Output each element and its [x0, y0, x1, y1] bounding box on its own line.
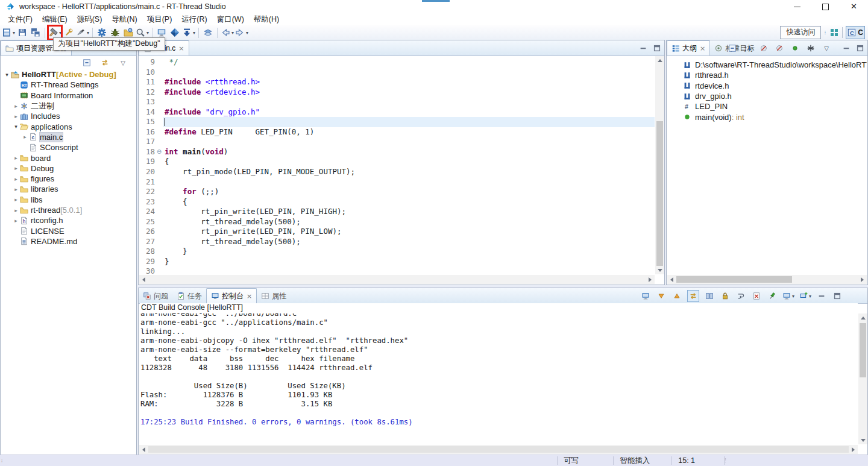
filter-icon[interactable]: [805, 43, 816, 54]
scroll-right-arrow[interactable]: [646, 275, 655, 284]
dropdown-caret[interactable]: ▾: [231, 30, 234, 36]
close-icon[interactable]: ×: [700, 45, 705, 52]
display-console-icon[interactable]: ▾: [782, 291, 794, 301]
scroll-right-arrow[interactable]: [849, 445, 858, 454]
code-line[interactable]: 10: [139, 68, 655, 78]
scroll-left-arrow[interactable]: [667, 275, 676, 284]
scroll-down-arrow[interactable]: [858, 436, 867, 444]
menu-file[interactable]: 文件(F): [3, 13, 37, 26]
maximize-window-button[interactable]: [811, 0, 840, 13]
expand-arrow[interactable]: ▸: [12, 155, 20, 161]
hide-static-icon[interactable]: [774, 43, 785, 54]
outline-item[interactable]: rtthread.h: [667, 70, 867, 80]
tree-item[interactable]: ▸libraries: [1, 184, 136, 194]
tree-item[interactable]: ▸board: [1, 153, 136, 163]
code-line[interactable]: 15: [139, 117, 655, 127]
forward-button[interactable]: ▾: [235, 26, 248, 39]
scroll-lock-icon[interactable]: [720, 291, 731, 301]
show-on-output-icon[interactable]: [687, 290, 699, 302]
open-perspective-icon[interactable]: [829, 28, 839, 37]
hide-non-public-icon[interactable]: [790, 43, 800, 54]
tree-item[interactable]: LICENSE: [1, 225, 136, 236]
outline-item[interactable]: main(void) : int: [667, 112, 867, 122]
menu-navigate[interactable]: 导航(N): [107, 13, 142, 26]
menu-window[interactable]: 窗口(W): [212, 13, 249, 26]
clear-console-icon[interactable]: [751, 291, 762, 301]
expand-arrow[interactable]: ▸: [21, 134, 29, 140]
outline-item[interactable]: LED_PIN: [667, 101, 867, 112]
c-perspective-button[interactable]: C: [846, 26, 865, 39]
menu-source[interactable]: 源码(S): [72, 13, 107, 26]
scrollbar-thumb[interactable]: [656, 121, 663, 266]
editor-horizontal-scrollbar[interactable]: [139, 275, 655, 284]
maximize-icon[interactable]: [653, 44, 661, 52]
view-menu-icon[interactable]: ▽: [118, 57, 128, 68]
scroll-left-arrow[interactable]: [139, 445, 148, 454]
tree-item[interactable]: ▸二进制: [1, 101, 136, 111]
code-line[interactable]: 18⊖int main(void): [139, 147, 655, 157]
expand-arrow[interactable]: ▸: [12, 197, 20, 203]
minimize-icon[interactable]: [639, 44, 647, 52]
dropdown-caret[interactable]: ▾: [87, 30, 89, 36]
console-horizontal-scrollbar[interactable]: [139, 445, 858, 454]
tree-item[interactable]: ▸figures: [1, 174, 136, 184]
new-button[interactable]: ▾: [2, 26, 15, 39]
expand-arrow[interactable]: ▾: [3, 72, 11, 78]
editor-vertical-scrollbar[interactable]: [655, 56, 664, 274]
code-line[interactable]: 25 rt_thread_mdelay(500);: [139, 217, 655, 227]
console-vertical-scrollbar[interactable]: [858, 313, 867, 444]
menu-help[interactable]: 帮助(H): [249, 13, 284, 26]
expand-arrow[interactable]: ▾: [12, 124, 20, 130]
scroll-up-arrow[interactable]: [655, 56, 664, 65]
code-line[interactable]: 20 rt_pin_mode(LED_PIN, PIN_MODE_OUTPUT)…: [139, 167, 655, 177]
back-button[interactable]: ▾: [221, 26, 234, 39]
tab-console[interactable]: 控制台×: [206, 288, 257, 303]
tree-item[interactable]: ▸main.c: [1, 132, 136, 142]
scrollbar-thumb[interactable]: [860, 323, 866, 377]
close-window-button[interactable]: ✕: [840, 0, 868, 13]
tree-item[interactable]: README.md: [1, 236, 136, 247]
sort-icon[interactable]: [743, 43, 753, 54]
expand-arrow[interactable]: ▸: [12, 176, 20, 182]
pin-console-icon[interactable]: [767, 291, 778, 301]
menu-run[interactable]: 运行(R): [177, 13, 212, 26]
expand-arrow[interactable]: ▸: [12, 186, 20, 192]
menu-edit[interactable]: 编辑(E): [37, 13, 72, 26]
layers-button[interactable]: [202, 26, 214, 39]
word-wrap-icon[interactable]: [735, 291, 746, 301]
expand-arrow[interactable]: ▸: [12, 218, 20, 224]
dropdown-caret[interactable]: ▾: [59, 30, 61, 36]
code-line[interactable]: 27 rt_thread_mdelay(500);: [139, 237, 655, 247]
console-view-icon[interactable]: [640, 291, 651, 301]
expand-arrow[interactable]: ▸: [12, 103, 20, 109]
tab-outline[interactable]: 大纲×: [667, 40, 710, 55]
dropdown-caret[interactable]: ▾: [193, 30, 195, 36]
expand-arrow[interactable]: ▸: [12, 165, 20, 171]
tree-item[interactable]: ▸rt-thread [5.0.1]: [1, 205, 136, 215]
tree-item[interactable]: ▸libs: [1, 195, 136, 205]
tab-tasks[interactable]: 任务: [172, 289, 206, 303]
scroll-up-arrow[interactable]: [858, 313, 867, 322]
tree-item[interactable]: ▾HelloRTT [Active - Debug]: [1, 69, 136, 80]
expand-arrow[interactable]: ▸: [12, 207, 20, 213]
code-line[interactable]: 22 for (;;): [139, 187, 655, 197]
code-line[interactable]: 17: [139, 137, 655, 147]
sdk-manager-button[interactable]: [169, 26, 181, 39]
dropdown-caret[interactable]: ▾: [792, 294, 794, 299]
scroll-to-top-icon[interactable]: [671, 291, 682, 301]
collapse-all-icon[interactable]: [727, 43, 738, 54]
code-line[interactable]: 13: [139, 97, 655, 107]
split-console-icon[interactable]: [704, 291, 715, 301]
code-line[interactable]: 26 rt_pin_write(LED_PIN, PIN_LOW);: [139, 227, 655, 237]
code-line[interactable]: 16#define LED_PIN GET_PIN(0, 1): [139, 127, 655, 137]
dropdown-caret[interactable]: ▾: [146, 30, 149, 36]
outline-horizontal-scrollbar[interactable]: [667, 275, 867, 284]
code-line[interactable]: 23 {: [139, 197, 655, 207]
code-line[interactable]: 11#include <rtthread.h>: [139, 77, 655, 87]
code-editor[interactable]: 9 */1011#include <rtthread.h>12#include …: [139, 56, 655, 274]
scrollbar-thumb[interactable]: [148, 446, 849, 453]
expand-arrow[interactable]: ▸: [12, 113, 20, 119]
minimize-window-button[interactable]: [783, 0, 811, 13]
minimize-icon[interactable]: [842, 44, 851, 52]
save-all-button[interactable]: [30, 26, 42, 39]
